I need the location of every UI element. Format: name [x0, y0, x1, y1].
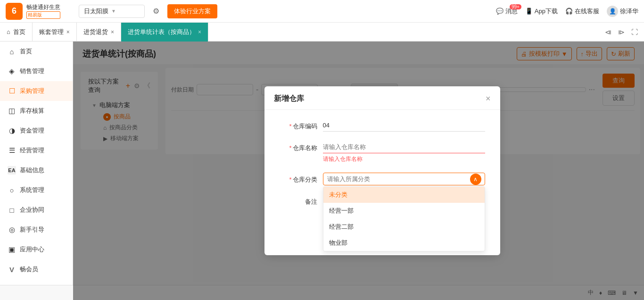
sidebar-purchase-label: 采购管理 [20, 87, 44, 95]
online-service-label: 在线客服 [575, 7, 599, 16]
settings-icon[interactable]: ⚙ [149, 4, 164, 19]
category-dropdown: 未分类 经营一部 经营二部 物业部 [323, 186, 485, 251]
warehouse-category-label: *仓库分类 [280, 173, 317, 184]
dropdown-item-dept3[interactable]: 物业部 [323, 235, 485, 251]
sidebar-app-center-label: 应用中心 [20, 245, 44, 254]
header-right: 💬 消息 99+ 📱 App下载 🎧 在线客服 👤 徐泽华 [496, 6, 638, 17]
guide-sidebar-icon: ◎ [8, 225, 16, 234]
tab-prev-icon[interactable]: ⧏ [603, 26, 614, 38]
tab-home-label: 首页 [13, 28, 25, 36]
store-selector[interactable]: 日太阳膜 ▼ [79, 5, 145, 18]
sidebar: ⌂ 首页 ◈ 销售管理 ☐ 采购管理 ◫ 库存核算 ◑ 资金管理 ☰ 经营管理 … [0, 42, 73, 300]
warehouse-name-error: 请输入仓库名称 [323, 155, 485, 163]
tab-expand-icon[interactable]: ⛶ [629, 26, 640, 38]
message-icon: 💬 [496, 8, 504, 15]
sidebar-guide-label: 新手引导 [20, 225, 44, 234]
header-center: 日太阳膜 ▼ ⚙ 体验行业方案 [79, 4, 496, 19]
user-action[interactable]: 👤 徐泽华 [607, 6, 638, 17]
note-label: 备注 [280, 195, 317, 206]
online-service-action[interactable]: 🎧 在线客服 [565, 7, 599, 16]
tab-bar: ⌂ 首页 账套管理 × 进货退货 × 进货单统计表（按商品） × ⧏ ⧐ ⛶ [0, 23, 644, 42]
store-arrow-icon: ▼ [111, 8, 116, 14]
brand-name: 畅捷通好生意 [26, 3, 60, 11]
sidebar-item-basic[interactable]: EA 基础信息 [0, 160, 73, 180]
sidebar-item-operation[interactable]: ☰ 经营管理 [0, 141, 73, 160]
member-sidebar-icon: V [8, 265, 16, 274]
warehouse-category-wrap: ∧ 未分类 经营一部 经营二部 物业部 [323, 173, 485, 185]
sidebar-item-inventory[interactable]: ◫ 库存核算 [0, 101, 73, 121]
warehouse-category-input[interactable] [323, 173, 485, 185]
sales-sidebar-icon: ◈ [8, 67, 16, 75]
form-row-name: *仓库名称 请输入仓库名称 [280, 141, 485, 163]
sidebar-basic-label: 基础信息 [20, 166, 44, 175]
dropdown-item-dept1[interactable]: 经营一部 [323, 203, 485, 219]
user-name: 徐泽华 [620, 7, 638, 16]
modal-header: 新增仓库 × [264, 86, 500, 110]
headset-icon: 🎧 [565, 8, 573, 15]
tab-purchase-stats[interactable]: 进货单统计表（按商品） × [121, 23, 208, 42]
user-avatar-icon: 👤 [607, 6, 618, 17]
modal-body: *仓库编码 *仓库名称 请输入仓库名称 [264, 110, 500, 226]
content-area: 进货单统计(按商品) 🖨 按模板打印 ▼ ↑ 导出 ↻ 刷新 [73, 42, 644, 300]
sidebar-member-label: 畅会员 [20, 265, 38, 274]
tab-purchase-return-close-icon[interactable]: × [111, 29, 114, 35]
tab-purchase-return[interactable]: 进货退货 × [77, 23, 121, 42]
home-icon: ⌂ [7, 28, 10, 35]
sidebar-item-enterprise[interactable]: □ 企业协同 [0, 200, 73, 220]
purchase-sidebar-icon: ☐ [8, 87, 16, 95]
operation-sidebar-icon: ☰ [8, 146, 16, 155]
finance-sidebar-icon: ◑ [8, 126, 16, 135]
inventory-sidebar-icon: ◫ [8, 107, 16, 115]
sidebar-item-app-center[interactable]: ▣ 应用中心 [0, 240, 73, 259]
app-download-action[interactable]: 📱 App下载 [525, 7, 558, 16]
form-row-category: *仓库分类 ∧ 未分类 经营一部 经营二部 物业部 [280, 173, 485, 185]
logo-area: 6 畅捷通好生意 精易版 [6, 3, 79, 20]
sidebar-item-purchase[interactable]: ☐ 采购管理 [0, 81, 73, 101]
form-row-code: *仓库编码 [280, 119, 485, 132]
system-sidebar-icon: ○ [8, 186, 16, 194]
sidebar-home-label: 首页 [20, 47, 32, 56]
sidebar-item-finance[interactable]: ◑ 资金管理 [0, 121, 73, 141]
top-header: 6 畅捷通好生意 精易版 日太阳膜 ▼ ⚙ 体验行业方案 💬 消息 99+ 📱 … [0, 0, 644, 23]
warehouse-name-input[interactable] [323, 141, 485, 153]
tab-home[interactable]: ⌂ 首页 [0, 23, 33, 42]
category-toggle-icon[interactable]: ∧ [470, 174, 481, 185]
tab-controls: ⧏ ⧐ ⛶ [599, 26, 644, 38]
tab-accounts-close-icon[interactable]: × [66, 29, 70, 35]
sidebar-item-home[interactable]: ⌂ 首页 [0, 42, 73, 61]
tab-purchase-return-label: 进货退货 [83, 28, 108, 36]
warehouse-code-label: *仓库编码 [280, 119, 317, 131]
app-download-label: App下载 [535, 7, 558, 16]
tab-accounts[interactable]: 账套管理 × [33, 23, 77, 42]
dropdown-item-none[interactable]: 未分类 [323, 187, 485, 203]
sidebar-item-system[interactable]: ○ 系统管理 [0, 180, 73, 200]
main-layout: ⌂ 首页 ◈ 销售管理 ☐ 采购管理 ◫ 库存核算 ◑ 资金管理 ☰ 经营管理 … [0, 42, 644, 300]
sidebar-item-member[interactable]: V 畅会员 [0, 259, 73, 279]
store-name: 日太阳膜 [84, 7, 108, 16]
sidebar-inventory-label: 库存核算 [20, 107, 44, 115]
enterprise-sidebar-icon: □ [8, 206, 16, 214]
warehouse-code-wrap [323, 119, 485, 132]
tab-next-icon[interactable]: ⧐ [616, 26, 627, 38]
sidebar-item-sales[interactable]: ◈ 销售管理 [0, 61, 73, 81]
sidebar-sales-label: 销售管理 [20, 67, 44, 75]
messages-action[interactable]: 💬 消息 99+ [496, 7, 518, 16]
tab-accounts-label: 账套管理 [39, 28, 64, 36]
tab-purchase-stats-label: 进货单统计表（按商品） [128, 28, 195, 36]
dropdown-item-dept2[interactable]: 经营二部 [323, 219, 485, 235]
modal-title: 新增仓库 [274, 94, 304, 104]
sidebar-operation-label: 经营管理 [20, 146, 44, 155]
messages-badge: 99+ [510, 4, 521, 9]
sidebar-item-guide[interactable]: ◎ 新手引导 [0, 220, 73, 240]
sidebar-system-label: 系统管理 [20, 186, 44, 194]
phone-icon: 📱 [525, 8, 533, 15]
modal-close-icon[interactable]: × [486, 94, 491, 104]
sidebar-enterprise-label: 企业协同 [20, 206, 44, 214]
warehouse-code-input[interactable] [323, 119, 485, 132]
logo-icon: 6 [6, 3, 23, 20]
home-sidebar-icon: ⌂ [8, 47, 16, 56]
brand-badge: 精易版 [26, 11, 60, 19]
trial-button[interactable]: 体验行业方案 [167, 4, 217, 18]
tab-purchase-stats-close-icon[interactable]: × [198, 29, 201, 35]
warehouse-name-wrap: 请输入仓库名称 [323, 141, 485, 163]
